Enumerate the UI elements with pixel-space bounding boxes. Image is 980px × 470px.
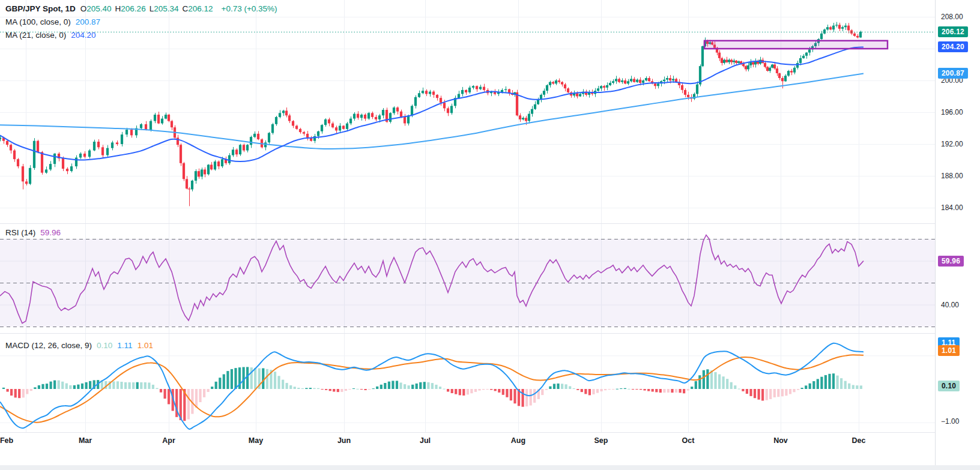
chart-canvas[interactable] [0,0,980,470]
rsi-pane-legend: RSI (14) 59.96 [5,227,61,238]
ma21-row[interactable]: MA (21, close, 0) 204.20 [5,29,277,41]
symbol-row[interactable]: GBP/JPY Spot, 1D O205.40H206.26L205.34C2… [5,3,277,14]
axis-tick-label: 188.00 [941,172,963,180]
time-axis-label: Sep [594,436,608,445]
macd-hist-value: 0.10 [97,340,112,351]
axis-tick-label: 192.00 [941,140,963,148]
time-axis-label: Mar [79,436,92,445]
macd-pane-legend: MACD (12, 26, close, 9) 0.10 1.11 1.01 [5,340,153,351]
axis-price-badge: 0.10 [938,381,960,391]
time-axis-label: Jun [337,436,351,445]
ohlc-values: O205.40H206.26L205.34C206.12 [80,3,217,14]
bottom-strip [0,465,980,470]
time-axis-label: Feb [0,436,13,445]
price-pane-legend: GBP/JPY Spot, 1D O205.40H206.26L205.34C2… [5,3,277,41]
time-axis-label: Nov [773,436,788,445]
ma21-label: MA (21, close, 0) [5,29,66,41]
time-axis-label: Oct [682,436,695,445]
ma100-label: MA (100, close, 0) [5,16,71,28]
symbol-title: GBP/JPY Spot, 1D [5,3,76,14]
axis-price-badge: 204.20 [938,41,968,52]
time-axis-label: Aug [511,436,525,445]
macd-signal-value: 1.01 [138,340,153,351]
rsi-value: 59.96 [40,227,61,238]
time-axis-label: Apr [162,436,175,445]
rsi-label: RSI (14) [5,227,35,238]
highlight-box[interactable] [704,41,888,49]
axis-price-badge: 59.96 [938,256,964,267]
trading-chart-app: GBP/JPY Spot, 1D O205.40H206.26L205.34C2… [0,0,980,470]
change-value: +0.73 (+0.35%) [222,3,277,14]
macd-line-value: 1.11 [117,340,132,351]
axis-tick-label: 184.00 [941,203,963,212]
time-axis-label: Dec [852,436,866,445]
macd-histogram [2,367,862,421]
axis-tick-label: 40.00 [941,301,959,309]
ma100-line [0,74,864,149]
time-axis-label: Jul [420,436,431,445]
axis-price-badge: 200.87 [938,68,968,79]
ma21-value: 204.20 [71,29,95,41]
axis-tick-label: 208.00 [941,13,963,21]
macd-label: MACD (12, 26, close, 9) [5,340,92,351]
ma100-value: 200.87 [76,16,100,28]
price-scale[interactable]: 208.00200.00196.00192.00188.00184.0040.0… [935,0,980,470]
time-scale[interactable]: FebMarAprMayJunJulAugSepOctNovDec [0,433,980,465]
axis-tick-label: 196.00 [941,108,963,116]
macd-row[interactable]: MACD (12, 26, close, 9) 0.10 1.11 1.01 [5,340,153,351]
time-axis-label: May [249,436,263,445]
ohlc-c: C206.12 [182,4,213,13]
candlestick-series [0,22,862,206]
rsi-row[interactable]: RSI (14) 59.96 [5,227,61,238]
ohlc-o: O205.40 [80,4,112,13]
axis-price-badge: 206.12 [938,26,968,37]
ohlc-l: L205.34 [150,4,179,13]
axis-tick-label: −1.00 [941,417,959,426]
ohlc-h: H206.26 [115,4,146,13]
ma100-row[interactable]: MA (100, close, 0) 200.87 [5,16,277,28]
axis-price-badge: 1.01 [938,345,960,356]
